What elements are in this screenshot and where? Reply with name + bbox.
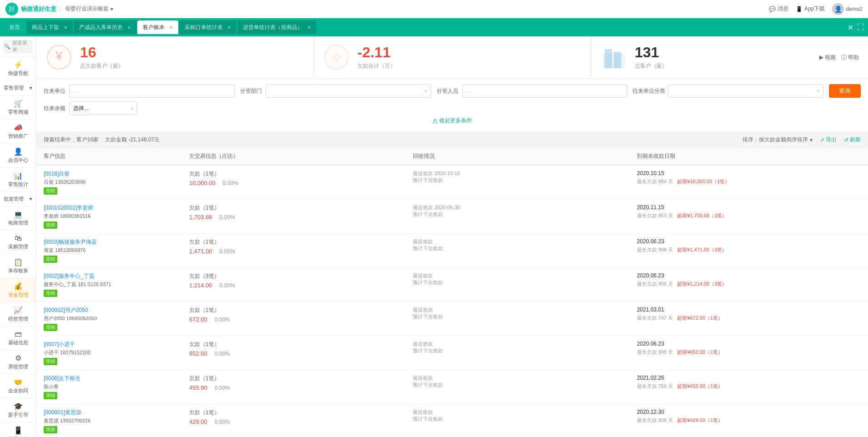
- sidebar-item-basic-info[interactable]: 🗃 基础信息: [0, 326, 36, 350]
- debt-percent: 0.00%: [215, 316, 230, 323]
- sidebar-item-enterprise[interactable]: 🤝 企业协同: [0, 374, 36, 398]
- sort-arrow-icon: ▾: [810, 137, 813, 143]
- sidebar-item-retail-mgmt[interactable]: 零售管理 ▾: [0, 81, 36, 95]
- customer-name-link[interactable]: [0006]去下粮仓: [44, 375, 80, 382]
- tab-customer-account[interactable]: 客户账本 ✕: [137, 20, 178, 34]
- sidebar-item-retail-stat[interactable]: 📊 零售统计: [0, 168, 36, 192]
- maximize-icon[interactable]: ⛶: [857, 23, 864, 31]
- sidebar-item-appstore[interactable]: 📱 应用中心: [0, 422, 36, 437]
- person-input[interactable]: ...: [462, 84, 627, 98]
- recovery-date: 最近收款: [413, 341, 637, 347]
- sidebar-item-member[interactable]: 👤 会员中心: [0, 144, 36, 168]
- sort-selector[interactable]: 排序：按欠款金额倒序排序 ▾: [743, 136, 813, 144]
- message-icon: 💬: [769, 6, 776, 12]
- balance-input[interactable]: 选择... ▾: [69, 101, 137, 115]
- tab-home[interactable]: 首页: [4, 20, 25, 34]
- play-icon: ▶: [819, 54, 823, 60]
- person-label: 分管人员: [437, 87, 459, 95]
- tab-product-in-close[interactable]: ✕: [127, 25, 131, 30]
- recovery-cell: 最近收款 预计下次收款: [413, 238, 637, 252]
- due-date-cell: 2020.10.15 最长欠款 884 天 超期¥10,000.00（1笔）: [637, 170, 861, 185]
- overdue-amount[interactable]: 超期¥652.00（1笔）: [677, 349, 723, 355]
- tab-product-off-close[interactable]: ✕: [64, 25, 67, 30]
- dept-input[interactable]: ▾: [266, 84, 431, 98]
- sidebar-item-purchase[interactable]: 🛍 采购管理: [0, 231, 36, 254]
- debt-percent: 0.00%: [215, 419, 230, 425]
- tab-purchase-order[interactable]: 采购订单统计表 ✕: [179, 20, 236, 34]
- total-customers-value: 131: [635, 45, 812, 60]
- overdue-amount[interactable]: 超期¥1,703.68（1笔）: [677, 213, 727, 218]
- debt-percent: 0.00%: [215, 385, 230, 391]
- customer-name-link[interactable]: [000002]用户2050: [44, 307, 88, 313]
- sidebar-item-stock-check[interactable]: 📋 库存核算: [0, 254, 36, 278]
- customer-phone: 黄思源 13552700226: [44, 417, 189, 424]
- sidebar-item-guide[interactable]: 🎓 新手引导: [0, 398, 36, 422]
- message-button[interactable]: 💬 消息: [769, 5, 788, 13]
- tab-product-off[interactable]: 商品上下架 ✕: [26, 20, 73, 34]
- due-date-cell: 2020.06.23 最长欠款 998 天 超期¥1,471.00（1笔）: [637, 238, 861, 253]
- tab-customer-account-close[interactable]: ✕: [169, 25, 173, 30]
- overdue-amount[interactable]: 超期¥429.00（1笔）: [677, 417, 723, 423]
- table-row: [0007]小进干 小进干 18279152100 现销 欠款（1笔） 652.…: [36, 336, 868, 370]
- debt-count: 欠款（1笔）: [189, 341, 413, 348]
- customer-name-link[interactable]: [0002]服务中心_丁磊: [44, 273, 95, 279]
- customer-name-link[interactable]: [0007]小进干: [44, 341, 75, 347]
- content-area: ¥ 16 总欠款客户（家） ◇ -2.11 欠款合计: [36, 36, 868, 437]
- table-area: 客户信息 欠交易信息（占比） 回收情况 到期未收款日期 [0016]吕俊 吕俊 …: [36, 148, 868, 437]
- source-unit-input[interactable]: ...: [69, 84, 235, 98]
- sidebar-item-ecom[interactable]: 💻 电商管理: [0, 206, 36, 231]
- tab-purchase-order-close[interactable]: ✕: [227, 25, 231, 30]
- tab-product-in[interactable]: 产成品入库单历史 ✕: [74, 20, 136, 34]
- chevron-down-icon: ▾: [30, 196, 32, 202]
- recovery-next: 预计下次收款: [413, 211, 637, 218]
- tab-stock-stat[interactable]: 进货单统计表（按商品） ✕: [237, 20, 316, 34]
- store-selector[interactable]: 母婴行业演示账套 ▾: [60, 5, 113, 13]
- sidebar-item-finance[interactable]: 💰 资金管理: [0, 278, 36, 302]
- tab-customer-account-label: 客户账本: [143, 24, 165, 31]
- sidebar-item-system[interactable]: ⚙ 系统管理: [0, 350, 36, 374]
- app-download-button[interactable]: 📱 App下载: [796, 5, 825, 13]
- debt-percent: 0.00%: [220, 248, 235, 255]
- help-button[interactable]: ⓘ 帮助: [841, 54, 859, 61]
- overdue-amount[interactable]: 超期¥1,471.00（1笔）: [677, 247, 727, 252]
- table-row: [0002]服务中心_丁磊 服务中心_丁磊 181 0125 8371 现销 欠…: [36, 268, 868, 302]
- collapse-button[interactable]: ⋀ 收起更多条件: [44, 115, 861, 126]
- overdue-amount[interactable]: 超期¥672.00（1笔）: [677, 315, 723, 321]
- overdue-amount[interactable]: 超期¥455.90（1笔）: [677, 383, 723, 389]
- sidebar-item-quick-nav[interactable]: ⚡ 快捷导航: [0, 57, 36, 81]
- customer-phone: 小进干 18279152100: [44, 349, 189, 356]
- due-date: 2020.11.15: [637, 204, 861, 211]
- sidebar-item-operation[interactable]: 📈 经营管理: [0, 302, 36, 326]
- search-menu-button[interactable]: 🔍 搜索菜单: [4, 40, 32, 53]
- recovery-date: 最近收款: [413, 238, 637, 245]
- customer-name-link[interactable]: [0003]畅捷服务尹海蓝: [44, 239, 97, 245]
- finance-icon: 💰: [2, 282, 34, 291]
- svg-rect-5: [605, 49, 612, 68]
- stat-card-debt-customers: ¥ 16 总欠款客户（家）: [36, 36, 314, 78]
- tab-stock-stat-close[interactable]: ✕: [307, 25, 311, 30]
- sidebar-item-marketing[interactable]: 📣 营销推广: [0, 120, 36, 144]
- search-button[interactable]: 查询: [829, 84, 861, 98]
- refresh-button[interactable]: ↺ 刷新: [844, 136, 861, 144]
- debt-info-cell: 欠款（3笔） 1,214.00 0.00%: [189, 272, 413, 289]
- customer-tag: 现销: [44, 187, 57, 195]
- debt-percent: 0.00%: [220, 214, 235, 221]
- debt-count: 欠款（1笔）: [189, 375, 413, 382]
- view-video-button[interactable]: ▶ 视频: [819, 54, 836, 61]
- debt-row: 1,471.00 0.00%: [189, 248, 413, 255]
- col-debt-info: 欠交易信息（占比）: [189, 152, 413, 160]
- table-row: [0003]畅捷服务尹海蓝 海蓝 18513066976 现销 欠款（1笔） 1…: [36, 234, 868, 268]
- sidebar-item-batch-mgmt[interactable]: 批发管理 ▾: [0, 192, 36, 206]
- overdue-days: 最长欠款 998 天 超期¥1,214.00（3笔）: [637, 281, 861, 287]
- close-all-tabs-icon[interactable]: ✕: [848, 23, 853, 32]
- user-profile[interactable]: 👤 demo2: [832, 3, 863, 15]
- customer-name-link[interactable]: [000001]黄思源: [44, 409, 81, 416]
- overdue-amount[interactable]: 超期¥10,000.00（1笔）: [677, 179, 730, 184]
- customer-name-link[interactable]: [0016]吕俊: [44, 171, 70, 177]
- stat-card-actions: ▶ 视频 ⓘ 帮助: [819, 54, 859, 61]
- sidebar-item-retail-mall[interactable]: 🛒 零售商城: [0, 95, 36, 120]
- unit-class-input[interactable]: ▾: [668, 84, 823, 98]
- overdue-amount[interactable]: 超期¥1,214.00（3笔）: [677, 281, 727, 286]
- customer-name-link[interactable]: [0001020001]李老师: [44, 205, 93, 211]
- export-button[interactable]: ↗ 导出: [820, 136, 837, 144]
